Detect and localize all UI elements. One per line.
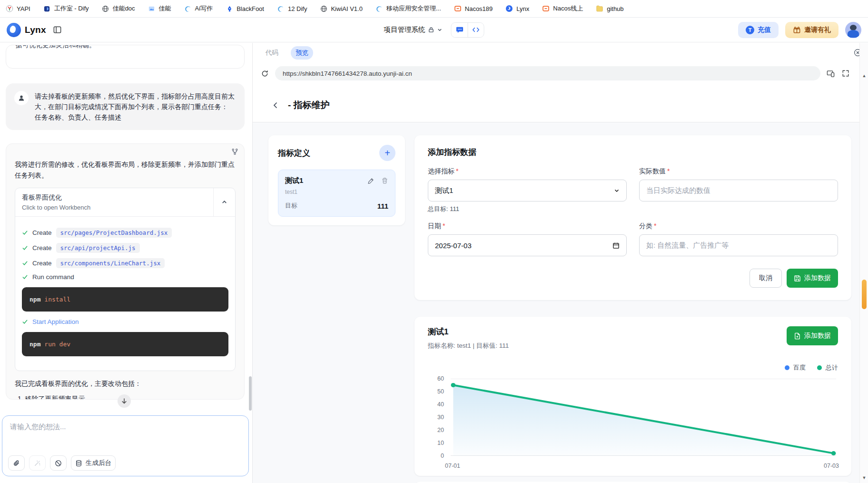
page-title: - 指标维护 — [288, 99, 330, 111]
cancel-button[interactable]: 取消 — [750, 269, 782, 288]
bookmark-item[interactable]: 佳能doc — [102, 4, 135, 13]
bookmark-item[interactable]: KiwiAI V1.0 — [320, 5, 362, 12]
chat-scrollbar-thumb[interactable] — [249, 376, 252, 411]
responsive-device-icon[interactable] — [827, 70, 835, 78]
bookmark-item[interactable]: 佳能 — [148, 4, 171, 13]
magic-wand-button[interactable] — [29, 455, 46, 471]
recharge-label: 充值 — [758, 26, 771, 34]
date-input[interactable]: 2025-07-03 — [428, 234, 627, 256]
bookmark-item[interactable]: Lynx — [505, 5, 529, 12]
user-message: 请去掉看板的更新频率，然后优化下界面，指标部分占用高度目前太大，在部门目标完成情… — [6, 83, 245, 130]
folder-favicon-icon — [596, 5, 603, 12]
bookmark-item[interactable]: 移动应用安全管理... — [375, 4, 441, 13]
database-icon — [75, 460, 82, 467]
legend-item[interactable]: 总计 — [817, 363, 838, 372]
bookmark-item[interactable]: Ai写作 — [184, 4, 213, 13]
paperclip-icon — [13, 460, 20, 467]
bookmark-item[interactable]: Nacos线上 — [542, 4, 583, 13]
calendar-icon[interactable] — [612, 242, 620, 249]
scrollbar-up-arrow[interactable]: ▲ — [860, 73, 868, 78]
file-path-chip[interactable]: src/pages/ProjectDashboard.jsx — [56, 228, 172, 238]
preview-tabs: 代码 预览 — [253, 43, 868, 63]
required-asterisk: * — [667, 167, 670, 175]
legend-label: 百度 — [793, 363, 806, 372]
code-args: install — [44, 296, 70, 303]
browser-scrollbar[interactable]: ▲ ▼ — [859, 43, 868, 483]
code-mode-button[interactable] — [468, 23, 484, 37]
edit-icon[interactable] — [367, 177, 375, 184]
sidebar-toggle-icon[interactable] — [53, 25, 62, 34]
generate-backend-label: 生成后台 — [86, 459, 111, 467]
branch-icon[interactable] — [231, 148, 238, 155]
submit-add-data-button[interactable]: 添加数据 — [787, 269, 838, 288]
user-avatar[interactable] — [845, 22, 861, 38]
workbench-step[interactable]: Start Application — [22, 318, 228, 325]
chat-mode-button[interactable] — [452, 23, 468, 37]
tab-code[interactable]: 代码 — [261, 46, 283, 60]
workbench-open-area[interactable]: 看板界面优化 Click to open Workbench — [15, 188, 213, 216]
check-icon — [22, 319, 28, 325]
brand[interactable]: Lynx — [7, 23, 46, 37]
fullscreen-icon[interactable] — [842, 70, 849, 77]
bookmark-item[interactable]: github — [596, 5, 623, 12]
code-args: run dev — [44, 341, 70, 348]
arrow-down-icon — [121, 398, 128, 404]
workbench-step[interactable]: Createsrc/pages/ProjectDashboard.jsx — [22, 228, 228, 238]
actual-value-input[interactable]: 当日实际达成的数值 — [639, 180, 838, 201]
file-path-chip[interactable]: src/components/LineChart.jsx — [56, 258, 165, 268]
bookmark-item[interactable]: YAPI — [6, 5, 30, 12]
no-edit-button[interactable] — [50, 455, 67, 471]
scroll-to-bottom-button[interactable] — [118, 394, 131, 408]
date-label: 日期* — [428, 222, 627, 231]
metric-list-item[interactable]: 测试1 test1 — [278, 170, 395, 217]
delete-icon[interactable] — [381, 177, 388, 184]
chevron-up-icon — [221, 199, 227, 205]
check-icon — [22, 260, 28, 266]
bookmark-item[interactable]: 工作室 - Dify — [43, 4, 89, 13]
bookmark-label: Lynx — [516, 5, 529, 12]
chart-card-meta: 指标名称: test1 | 目标值: 111 — [428, 342, 838, 350]
check-icon — [22, 274, 28, 280]
recharge-button[interactable]: T 充值 — [738, 22, 779, 38]
swirl-favicon-icon — [375, 5, 383, 12]
app-header: Lynx 项目管理系统 — [0, 18, 868, 42]
legend-item[interactable]: 百度 — [785, 363, 806, 372]
project-switcher[interactable]: 项目管理系统 — [384, 25, 443, 34]
add-metric-button[interactable]: + — [379, 145, 395, 161]
workbench-collapse-button[interactable] — [213, 188, 235, 216]
bookmark-item[interactable]: BlackFoot — [226, 5, 264, 12]
composer[interactable]: 请输入您的想法... — [2, 415, 249, 476]
back-button[interactable] — [272, 101, 279, 109]
check-icon — [22, 274, 28, 280]
category-input[interactable]: 如: 自然流量、广告推广等 — [639, 234, 838, 256]
chart-card-title: 测试1 — [428, 326, 838, 337]
required-asterisk: * — [654, 222, 656, 230]
scrollbar-thumb[interactable] — [862, 280, 867, 309]
chart-add-data-button[interactable]: 添加数据 — [787, 326, 838, 345]
refresh-icon[interactable] — [261, 70, 269, 78]
tab-preview[interactable]: 预览 — [291, 46, 313, 60]
chart-x-axis: 07-01 07-03 — [451, 461, 836, 469]
chart-y-axis: 0102030405060 — [428, 376, 447, 469]
assistant-intro-text: 我将进行所需的修改，优化看板界面布局，移除更新频率，并添加部门重点任务列表。 — [15, 159, 236, 181]
metric-select[interactable]: 测试1 — [428, 180, 627, 201]
workbench-subtitle: Click to open Workbench — [22, 204, 207, 211]
start-application-link[interactable]: Start Application — [32, 318, 79, 325]
bookmark-label: Ai写作 — [195, 4, 213, 13]
attach-button[interactable] — [8, 455, 25, 471]
workbench-step[interactable]: Createsrc/api/projectApi.js — [22, 243, 228, 253]
form-title: 添加指标数据 — [428, 147, 838, 158]
globe-favicon-icon — [102, 5, 109, 12]
scrollbar-down-arrow[interactable]: ▼ — [860, 475, 868, 480]
workbench-step[interactable]: Createsrc/components/LineChart.jsx — [22, 258, 228, 268]
gift-icon — [793, 26, 801, 34]
bookmark-item[interactable]: Nacos189 — [454, 5, 493, 12]
pen-nib-favicon-icon — [226, 5, 233, 12]
file-path-chip[interactable]: src/api/projectApi.js — [56, 243, 140, 253]
bookmark-item[interactable]: 12 Dify — [277, 5, 307, 12]
generate-backend-button[interactable]: 生成后台 — [71, 455, 116, 471]
swirl-favicon-icon — [277, 5, 285, 12]
invite-button[interactable]: 邀请有礼 — [785, 22, 838, 38]
bookmark-label: YAPI — [17, 5, 30, 12]
url-input[interactable]: https://shkbln1747661434278.auto.yunji-a… — [275, 66, 820, 80]
